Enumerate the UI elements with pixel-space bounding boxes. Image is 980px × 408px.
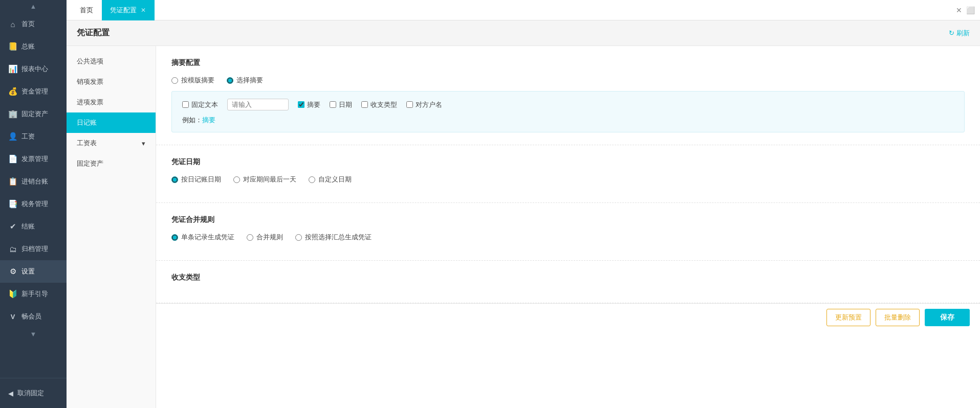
merge-radio-single[interactable]: 单条记录生成凭证 xyxy=(171,233,234,242)
date-radio-period-last[interactable]: 对应期间最后一天 xyxy=(233,175,296,184)
left-nav-item-purchase-invoice[interactable]: 进项发票 xyxy=(67,92,156,112)
window-close-icon[interactable]: ✕ xyxy=(956,6,962,14)
sidebar-item-home[interactable]: ⌂ 首页 xyxy=(0,13,67,35)
window-maximize-icon[interactable]: ⬜ xyxy=(966,6,975,14)
refresh-button[interactable]: ↻ 刷新 xyxy=(949,29,970,38)
update-preview-button[interactable]: 更新预置 xyxy=(826,309,870,326)
payroll-icon: 👤 xyxy=(8,132,17,141)
sidebar-item-vip[interactable]: V 畅会员 xyxy=(0,305,67,328)
sidebar-item-invoice-mgmt[interactable]: 📄 发票管理 xyxy=(0,148,67,170)
abstract-checkbox-label[interactable]: 摘要 xyxy=(298,100,320,109)
left-nav-item-journal[interactable]: 日记账 xyxy=(67,112,156,133)
vip-icon: V xyxy=(8,313,17,321)
merge-section-title: 凭证合并规则 xyxy=(171,215,965,224)
sidebar-scroll-up[interactable]: ▲ xyxy=(0,0,67,13)
merge-select-summary-radio[interactable] xyxy=(295,234,302,241)
sidebar-item-archive[interactable]: 🗂 归档管理 xyxy=(0,238,67,260)
fixed-text-checkbox[interactable] xyxy=(182,101,189,108)
left-nav-item-fixed-assets[interactable]: 固定资产 xyxy=(67,153,156,174)
invoice-mgmt-icon: 📄 xyxy=(8,154,17,164)
content-body: 公共选项 销项发票 进项发票 日记账 工资表 ▾ 固定资产 xyxy=(67,46,980,408)
date-section-title: 凭证日期 xyxy=(171,157,965,167)
left-nav: 公共选项 销项发票 进项发票 日记账 工资表 ▾ 固定资产 xyxy=(67,46,156,408)
tab-home[interactable]: 首页 xyxy=(72,0,102,20)
tab-bar-right: ✕ ⬜ xyxy=(956,6,975,14)
counterpart-checkbox-label[interactable]: 对方户名 xyxy=(406,100,442,109)
batch-delete-button[interactable]: 批量删除 xyxy=(876,309,920,326)
date-section: 凭证日期 按日记账日期 对应期间最后一天 自定义日期 xyxy=(156,145,980,203)
save-button[interactable]: 保存 xyxy=(925,309,970,326)
income-type-checkbox[interactable] xyxy=(361,101,368,108)
counterpart-checkbox[interactable] xyxy=(406,101,413,108)
refresh-icon: ↻ xyxy=(949,29,954,37)
abstract-checkbox[interactable] xyxy=(298,101,304,108)
sidebar-item-purchase-sales[interactable]: 📋 进销台账 xyxy=(0,170,67,193)
date-checkbox[interactable] xyxy=(330,101,336,108)
summary-select-radio[interactable] xyxy=(227,77,233,84)
reports-icon: 📊 xyxy=(8,64,17,74)
merge-rule-radio[interactable] xyxy=(247,234,253,241)
date-journal-radio[interactable] xyxy=(171,176,178,183)
pin-icon: ◀ xyxy=(8,390,13,397)
bottom-bar: 更新预置 批量删除 保存 xyxy=(156,303,980,331)
summary-section-title: 摘要配置 xyxy=(171,58,965,67)
merge-single-radio[interactable] xyxy=(171,234,178,241)
summary-checkbox-area: 固定文本 摘要 日期 xyxy=(171,91,965,132)
merge-section: 凭证合并规则 单条记录生成凭证 合并规则 按照选择汇总生成凭证 xyxy=(156,203,980,261)
example-text: 例如：摘要 xyxy=(182,116,954,125)
sidebar-item-closing[interactable]: ✔ 结账 xyxy=(0,215,67,238)
date-period-last-radio[interactable] xyxy=(233,176,240,183)
chevron-down-icon: ▾ xyxy=(142,140,145,147)
sidebar-bottom: ◀ 取消固定 xyxy=(0,378,67,408)
fixed-text-input[interactable] xyxy=(227,99,289,110)
date-radio-group: 按日记账日期 对应期间最后一天 自定义日期 xyxy=(171,175,965,184)
income-type-section-title: 收支类型 xyxy=(171,273,965,282)
sidebar-item-funds[interactable]: 💰 资金管理 xyxy=(0,80,67,103)
tab-bar: 首页 凭证配置 ✕ ✕ ⬜ xyxy=(67,0,980,20)
home-icon: ⌂ xyxy=(8,20,17,29)
sidebar-item-tax[interactable]: 📑 税务管理 xyxy=(0,193,67,215)
purchase-sales-icon: 📋 xyxy=(8,177,17,186)
summary-radio-select[interactable]: 选择摘要 xyxy=(227,76,263,85)
left-nav-item-sales-invoice[interactable]: 销项发票 xyxy=(67,72,156,92)
main-area: 首页 凭证配置 ✕ ✕ ⬜ 凭证配置 ↻ 刷新 公共选项 xyxy=(67,0,980,408)
guide-icon: 🔰 xyxy=(8,289,17,299)
merge-radio-select-summary[interactable]: 按照选择汇总生成凭证 xyxy=(295,233,372,242)
sidebar-item-assets[interactable]: 🏢 固定资产 xyxy=(0,103,67,125)
sidebar-item-guide[interactable]: 🔰 新手引导 xyxy=(0,283,67,305)
sidebar-item-payroll[interactable]: 👤 工资 xyxy=(0,125,67,148)
right-content: 摘要配置 按模版摘要 选择摘要 xyxy=(156,46,980,408)
tab-close-icon[interactable]: ✕ xyxy=(141,7,146,14)
summary-template-radio[interactable] xyxy=(171,77,178,84)
merge-radio-group: 单条记录生成凭证 合并规则 按照选择汇总生成凭证 xyxy=(171,233,965,242)
settings-icon: ⚙ xyxy=(8,267,17,276)
summary-radio-template[interactable]: 按模版摘要 xyxy=(171,76,214,85)
assets-icon: 🏢 xyxy=(8,109,17,119)
date-radio-custom[interactable]: 自定义日期 xyxy=(309,175,352,184)
cancel-pin-button[interactable]: ◀ 取消固定 xyxy=(0,383,67,403)
sidebar: ▲ ⌂ 首页 📒 总账 📊 报表中心 💰 资金管理 🏢 固定资产 👤 工资 📄 … xyxy=(0,0,67,408)
page-content: 凭证配置 ↻ 刷新 公共选项 销项发票 进项发票 日记账 xyxy=(67,20,980,408)
date-custom-radio[interactable] xyxy=(309,176,315,183)
income-type-checkbox-label[interactable]: 收支类型 xyxy=(361,100,397,109)
tab-voucher-config[interactable]: 凭证配置 ✕ xyxy=(102,0,155,20)
sidebar-scroll-down[interactable]: ▼ xyxy=(0,328,67,341)
tax-icon: 📑 xyxy=(8,199,17,209)
ledger-icon: 📒 xyxy=(8,42,17,51)
page-title: 凭证配置 xyxy=(77,28,110,38)
closing-icon: ✔ xyxy=(8,222,17,231)
summary-radio-group: 按模版摘要 选择摘要 xyxy=(171,76,965,85)
fixed-text-checkbox-label[interactable]: 固定文本 xyxy=(182,100,218,109)
funds-icon: 💰 xyxy=(8,87,17,96)
date-checkbox-label[interactable]: 日期 xyxy=(330,100,352,109)
date-radio-journal[interactable]: 按日记账日期 xyxy=(171,175,221,184)
left-nav-item-public[interactable]: 公共选项 xyxy=(67,51,156,72)
summary-section: 摘要配置 按模版摘要 选择摘要 xyxy=(156,46,980,145)
sidebar-item-reports[interactable]: 📊 报表中心 xyxy=(0,58,67,80)
sidebar-item-settings[interactable]: ⚙ 设置 xyxy=(0,260,67,283)
left-nav-item-payroll-table[interactable]: 工资表 ▾ xyxy=(67,133,156,153)
merge-radio-rule[interactable]: 合并规则 xyxy=(247,233,283,242)
sidebar-item-ledger[interactable]: 📒 总账 xyxy=(0,35,67,58)
income-type-section: 收支类型 xyxy=(156,261,980,303)
archive-icon: 🗂 xyxy=(8,245,17,254)
